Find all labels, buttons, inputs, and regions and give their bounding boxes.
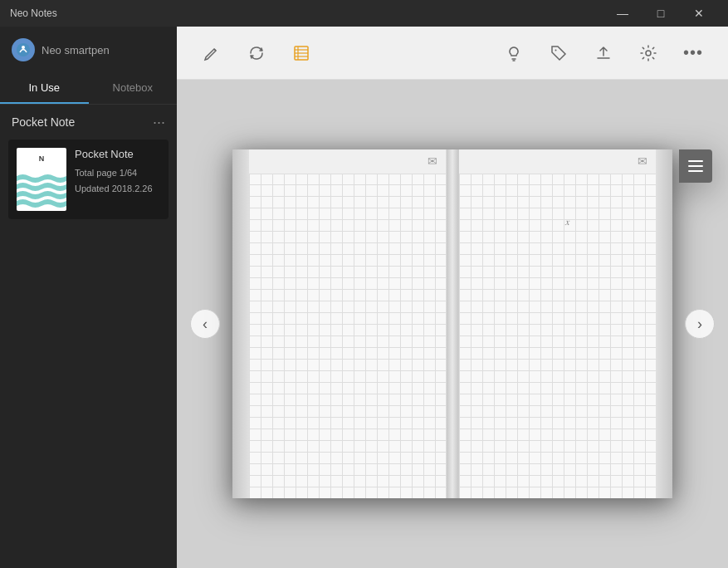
- upload-button[interactable]: [585, 35, 622, 71]
- right-page-grid: [459, 149, 656, 498]
- pen-tool-button[interactable]: [193, 35, 230, 71]
- svg-point-9: [555, 49, 557, 51]
- hamburger-line-1: [688, 160, 703, 162]
- close-button[interactable]: ✕: [680, 0, 718, 27]
- book-left-page: ✉: [249, 149, 447, 498]
- tab-notebox[interactable]: Notebox: [89, 73, 178, 104]
- left-mail-icon: ✉: [428, 154, 437, 168]
- book-left-cover: [232, 149, 249, 498]
- svg-point-1: [22, 46, 25, 49]
- prev-icon: ‹: [203, 316, 208, 333]
- right-page-top-bar: ✉: [459, 149, 656, 174]
- total-page-label: Total page: [75, 168, 117, 178]
- next-page-button[interactable]: ›: [685, 309, 715, 339]
- upload-icon: [594, 44, 613, 62]
- hamburger-icon: [688, 160, 703, 172]
- thumb-label: N: [39, 154, 45, 163]
- notebook-name: Pocket Note: [75, 148, 160, 160]
- hamburger-line-2: [688, 165, 703, 167]
- app-title: Neo Notes: [10, 7, 603, 19]
- logo-area: Neo smartpen: [0, 27, 177, 73]
- book-right-cover: [656, 149, 672, 498]
- settings-icon: [639, 44, 657, 62]
- sidebar-tabs: In Use Notebox: [0, 73, 177, 105]
- notebook-viewer: ‹ ✉: [177, 80, 728, 568]
- logo-text: Neo smartpen: [42, 44, 110, 56]
- notebook-icon: [292, 44, 310, 62]
- updated-label: Updated: [75, 184, 110, 193]
- notebook-meta: Total page 1/64 Updated 2018.2.26: [75, 165, 160, 196]
- sync-icon: [247, 44, 266, 62]
- handwriting-mark: 𝑥: [565, 216, 569, 228]
- updated-value: 2018.2.26: [112, 184, 153, 193]
- toolbar-more-button[interactable]: •••: [675, 35, 711, 71]
- main-content: ••• ‹ ✉: [177, 27, 728, 568]
- pen-icon: [203, 44, 221, 62]
- bulb-icon: [505, 44, 523, 62]
- right-mail-icon: ✉: [638, 154, 647, 168]
- toolbar: •••: [177, 27, 728, 80]
- logo-icon: [12, 38, 35, 61]
- total-page-value: 1/64: [120, 168, 137, 178]
- section-title: Pocket Note: [12, 115, 75, 129]
- open-book: ✉ ✉ 𝑥: [232, 149, 672, 498]
- app-container: Neo smartpen In Use Notebox Pocket Note …: [0, 27, 728, 568]
- section-header: Pocket Note ···: [0, 105, 177, 136]
- bulb-button[interactable]: [496, 35, 532, 71]
- window-controls: — □ ✕: [603, 0, 718, 27]
- notebook-info: Pocket Note Total page 1/64 Updated 2018…: [75, 148, 160, 196]
- sidebar: Neo smartpen In Use Notebox Pocket Note …: [0, 27, 177, 568]
- tag-icon: [550, 44, 568, 62]
- notebook-thumbnail: N: [17, 148, 66, 211]
- section-more-button[interactable]: ···: [153, 115, 165, 130]
- notebook-view-button[interactable]: [283, 35, 320, 71]
- left-page-grid: [249, 149, 446, 498]
- book-sidebar-toggle[interactable]: [679, 149, 712, 183]
- book-spine: [447, 149, 458, 498]
- tab-in-use[interactable]: In Use: [0, 73, 89, 104]
- svg-point-10: [646, 51, 651, 56]
- book-right-page: ✉ 𝑥: [458, 149, 656, 498]
- maximize-button[interactable]: □: [642, 0, 680, 27]
- next-icon: ›: [697, 316, 702, 333]
- book-wrapper: ✉ ✉ 𝑥: [232, 149, 672, 498]
- wave-decoration: [17, 169, 66, 211]
- settings-button[interactable]: [630, 35, 667, 71]
- notebook-card[interactable]: N Pocket Note Total page 1/64 Updated 20…: [8, 140, 169, 219]
- sync-button[interactable]: [238, 35, 275, 71]
- prev-page-button[interactable]: ‹: [190, 309, 220, 339]
- hamburger-line-3: [688, 170, 703, 172]
- more-dots: •••: [683, 43, 703, 62]
- left-page-top-bar: ✉: [249, 149, 446, 174]
- tag-button[interactable]: [540, 35, 577, 71]
- minimize-button[interactable]: —: [603, 0, 642, 27]
- title-bar: Neo Notes — □ ✕: [0, 0, 728, 27]
